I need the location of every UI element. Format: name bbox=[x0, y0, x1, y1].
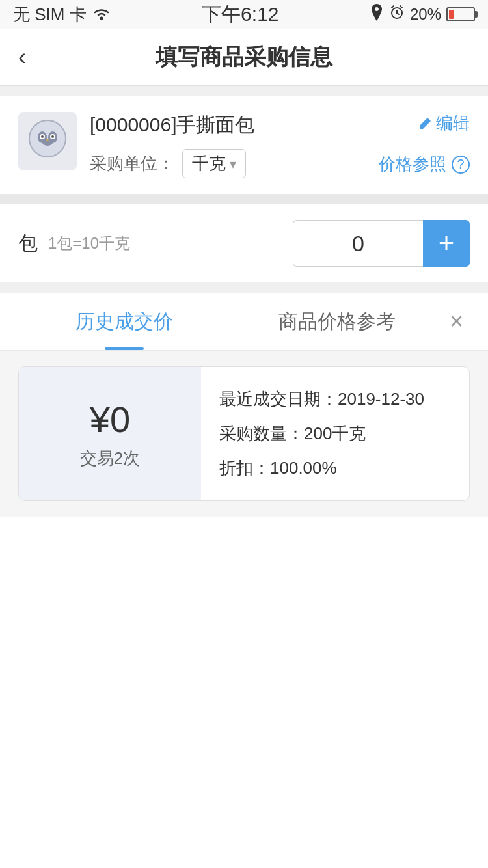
info-icon[interactable]: ? bbox=[452, 156, 470, 174]
quantity-control: + bbox=[293, 220, 470, 267]
discount-value: 100.00% bbox=[270, 458, 337, 478]
wifi-icon bbox=[92, 5, 111, 25]
svg-line-3 bbox=[397, 13, 399, 14]
unit-row: 采购单位： 千克 ▾ bbox=[90, 149, 254, 178]
status-bar: 无 SIM 卡 下午6:12 20% bbox=[0, 0, 488, 29]
svg-point-11 bbox=[41, 135, 44, 138]
status-time: 下午6:12 bbox=[202, 1, 278, 28]
unit-label: 采购单位： bbox=[90, 152, 174, 175]
history-card: ¥0 交易2次 最近成交日期：2019-12-30 采购数量：200千克 折扣：… bbox=[18, 366, 470, 501]
recent-date-value: 2019-12-30 bbox=[338, 389, 424, 409]
quantity-input[interactable] bbox=[293, 220, 423, 267]
quantity-plus-button[interactable]: + bbox=[423, 220, 470, 267]
product-info: [0000006]手撕面包 采购单位： 千克 ▾ bbox=[90, 112, 254, 178]
product-logo-icon bbox=[28, 119, 67, 164]
price-value: ¥0 bbox=[90, 398, 130, 441]
svg-point-12 bbox=[51, 135, 54, 138]
unit-chevron-icon: ▾ bbox=[230, 156, 236, 172]
status-right: 20% bbox=[370, 4, 475, 25]
purchase-qty-row: 采购数量：200千克 bbox=[219, 422, 451, 445]
section-divider bbox=[0, 194, 488, 204]
price-panel: ¥0 交易2次 bbox=[19, 367, 201, 500]
back-button[interactable]: ‹ bbox=[18, 44, 26, 71]
price-ref-button[interactable]: 价格参照 bbox=[379, 153, 446, 176]
tab-price-ref[interactable]: 商品价格参考 bbox=[230, 293, 442, 350]
price-ref-row: 价格参照 ? bbox=[379, 153, 470, 176]
product-card: [0000006]手撕面包 采购单位： 千克 ▾ 编辑 价格参照 ? bbox=[0, 96, 488, 194]
purchase-qty-value: 200千克 bbox=[304, 424, 366, 443]
nav-bar: ‹ 填写商品采购信息 bbox=[0, 29, 488, 86]
recent-date-row: 最近成交日期：2019-12-30 bbox=[219, 388, 451, 411]
tabs-section: 历史成交价 商品价格参考 × ¥0 交易2次 最近成交日期：2019-12-30… bbox=[0, 293, 488, 517]
location-icon bbox=[370, 4, 384, 25]
tab-close-button[interactable]: × bbox=[443, 301, 470, 342]
trade-count: 交易2次 bbox=[80, 447, 140, 470]
status-left: 无 SIM 卡 bbox=[13, 3, 111, 26]
conversion-text: 1包=10千克 bbox=[48, 233, 130, 254]
recent-date-label: 最近成交日期： bbox=[219, 389, 338, 409]
discount-row: 折扣：100.00% bbox=[219, 457, 451, 480]
quantity-unit-badge: 包 bbox=[18, 230, 38, 257]
battery-percent: 20% bbox=[410, 5, 441, 23]
product-name: [0000006]手撕面包 bbox=[90, 112, 254, 139]
svg-line-5 bbox=[400, 6, 402, 8]
tabs-header: 历史成交价 商品价格参考 × bbox=[0, 293, 488, 351]
svg-point-0 bbox=[100, 16, 103, 20]
detail-panel: 最近成交日期：2019-12-30 采购数量：200千克 折扣：100.00% bbox=[201, 367, 469, 500]
alarm-icon bbox=[389, 4, 405, 25]
tab-history-price[interactable]: 历史成交价 bbox=[18, 293, 230, 350]
purchase-qty-label: 采购数量： bbox=[219, 424, 304, 443]
network-text: 无 SIM 卡 bbox=[13, 3, 87, 26]
history-content: ¥0 交易2次 最近成交日期：2019-12-30 采购数量：200千克 折扣：… bbox=[0, 351, 488, 517]
edit-button[interactable]: 编辑 bbox=[418, 112, 470, 135]
discount-label: 折扣： bbox=[219, 458, 270, 478]
unit-selector[interactable]: 千克 ▾ bbox=[182, 149, 246, 178]
empty-content-area bbox=[0, 517, 488, 868]
unit-value: 千克 bbox=[192, 152, 226, 175]
svg-line-4 bbox=[392, 6, 394, 8]
quantity-row: 包 1包=10千克 + bbox=[0, 204, 488, 282]
battery-icon bbox=[446, 7, 475, 21]
page-title: 填写商品采购信息 bbox=[156, 42, 332, 72]
product-thumbnail bbox=[18, 112, 77, 170]
